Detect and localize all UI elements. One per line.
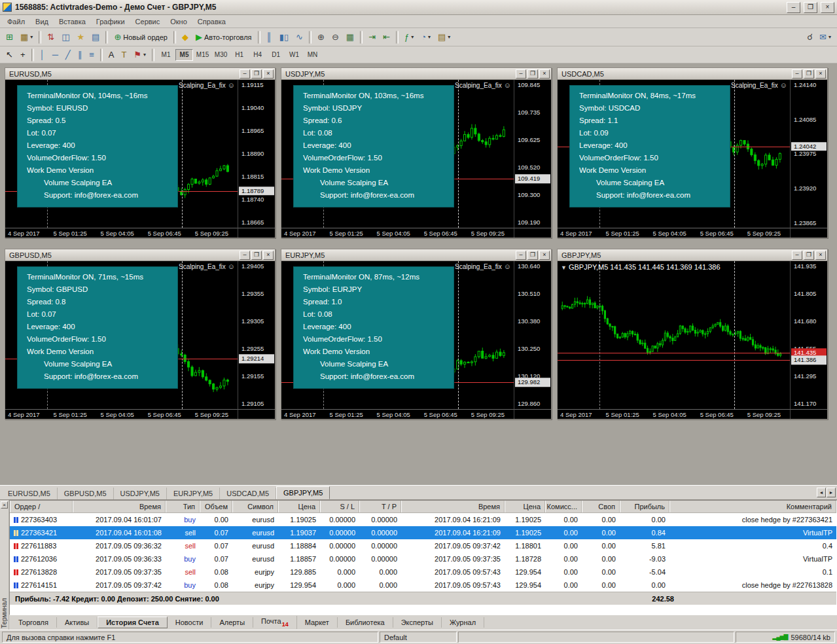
time-axis[interactable]: 4 Sep 20175 Sep 01:255 Sep 04:055 Sep 06… (558, 228, 790, 238)
toolbar-button[interactable] (258, 31, 260, 44)
metaeditor-button[interactable]: ◆ (179, 30, 192, 45)
timeframe-m1[interactable]: M1 (157, 49, 175, 61)
menu-item[interactable]: Вид (30, 16, 54, 27)
column-header[interactable]: Прибыль (620, 501, 669, 512)
chart-minimize-button[interactable]: – (792, 69, 802, 79)
line-chart-button[interactable]: ∿ (293, 30, 306, 45)
column-header[interactable]: Цена (505, 501, 545, 512)
column-header[interactable]: Объем (200, 501, 232, 512)
timeframe-m5[interactable]: M5 (175, 49, 193, 61)
timeframe-d1[interactable]: D1 (267, 49, 285, 61)
terminal-tab[interactable]: Библиотека (338, 617, 393, 628)
chart-tab[interactable]: EURJPY,M5 (167, 488, 220, 499)
toolbar-button[interactable] (152, 48, 154, 62)
chart-canvas[interactable]: ▼GBPJPY,M5 141.435 141.445 141.369 141.3… (558, 261, 790, 409)
minimize-button[interactable]: – (787, 2, 800, 13)
history-row[interactable]: 227613828 2017.09.05 09:37:35 sell 0.08 … (10, 565, 836, 579)
time-axis[interactable]: 4 Sep 20175 Sep 01:255 Sep 04:055 Sep 06… (558, 409, 790, 419)
menu-item[interactable]: Графики (91, 16, 130, 27)
column-header[interactable]: Цена (278, 501, 320, 512)
status-profile[interactable]: Default (380, 632, 457, 643)
crosshair-button[interactable]: + (17, 48, 29, 62)
toolbar-button[interactable] (31, 48, 34, 62)
menu-item[interactable]: Сервис (130, 16, 166, 27)
timeframe-mn[interactable]: MN (304, 49, 321, 61)
toolbar-button[interactable] (39, 31, 41, 44)
toolbar-button[interactable] (100, 48, 103, 62)
toolbar-button[interactable] (396, 31, 399, 44)
chart-restore-button[interactable]: ❐ (804, 251, 814, 260)
chart-canvas[interactable]: Scalping_Ea_fix ☺ TerminalMonitor ON, 10… (5, 80, 238, 228)
menu-item[interactable]: Файл (2, 16, 30, 27)
market-watch-button[interactable]: ⇅ (44, 30, 58, 45)
toolbar-button[interactable] (173, 31, 176, 44)
column-header[interactable]: Время (73, 501, 166, 512)
tile-windows-button[interactable]: ▦ (343, 30, 357, 45)
terminal-tab[interactable]: Торговля (10, 617, 57, 628)
column-header[interactable]: Тип (166, 501, 200, 512)
column-header[interactable]: Время (401, 501, 505, 512)
auto-scroll-button[interactable]: ⇥ (365, 30, 379, 45)
chart-minimize-button[interactable]: – (792, 251, 802, 260)
chart-tab[interactable]: EURUSD,M5 (1, 488, 58, 499)
column-header[interactable]: S / L (320, 501, 359, 512)
chart-minimize-button[interactable]: – (240, 69, 250, 79)
chart-restore-button[interactable]: ❐ (251, 251, 262, 260)
chart-close-button[interactable]: × (815, 251, 826, 260)
autotrading-button[interactable]: ▶ Авто-торговля (192, 30, 255, 45)
chart-restore-button[interactable]: ❐ (527, 69, 538, 79)
terminal-tab[interactable]: Алерты (211, 617, 253, 628)
toolbar-button[interactable] (360, 31, 363, 44)
arrows-button[interactable]: ⚑ ▾ (130, 48, 149, 62)
chart-close-button[interactable]: × (539, 69, 550, 79)
chart-close-button[interactable]: × (263, 251, 274, 260)
price-scale[interactable]: 1.294051.293551.293051.292551.291551.291… (238, 261, 275, 409)
new-order-button[interactable]: ⊕ Новый ордер (111, 30, 171, 45)
text-annotation-button[interactable]: T (118, 48, 130, 62)
timeframe-w1[interactable]: W1 (285, 49, 303, 61)
vertical-line-button[interactable]: │ (37, 48, 48, 62)
chart-canvas[interactable]: Scalping_Ea_fix ☺ TerminalMonitor ON, 71… (5, 261, 238, 409)
tab-scroll-right-button[interactable]: ► (827, 488, 836, 497)
history-row[interactable]: 227363403 2017.09.04 16:01:07 buy 0.00 e… (10, 513, 836, 526)
chart-titlebar[interactable]: USDJPY,M5 – ❐ × (281, 68, 551, 80)
timeframe-m30[interactable]: M30 (212, 49, 230, 61)
price-scale[interactable]: 1.241401.240851.239751.239201.23865 1.24… (790, 80, 827, 228)
history-row[interactable]: 227363421 2017.09.04 16:01:08 sell 0.07 … (10, 526, 836, 539)
indicators-button[interactable]: ƒ ▾ (401, 30, 417, 45)
navigator-button[interactable]: ★ (73, 30, 88, 45)
history-row[interactable]: 227614151 2017.09.05 09:37:42 buy 0.08 e… (10, 579, 836, 592)
column-header[interactable]: Комментарий (669, 501, 836, 512)
data-window-button[interactable]: ◫ (58, 30, 73, 45)
horizontal-line-button[interactable]: ─ (49, 48, 62, 62)
new-chart-button[interactable]: ⊞ (3, 30, 16, 45)
chart-titlebar[interactable]: GBPUSD,M5 – ❐ × (5, 249, 275, 261)
templates-button[interactable]: ▤ ▾ (435, 30, 454, 45)
chart-close-button[interactable]: × (539, 251, 550, 260)
time-axis[interactable]: 4 Sep 20175 Sep 01:255 Sep 04:055 Sep 06… (5, 409, 238, 419)
restore-button[interactable]: ❐ (804, 2, 817, 13)
chart-restore-button[interactable]: ❐ (804, 69, 814, 79)
toolbar-button[interactable] (105, 31, 108, 44)
terminal-tab[interactable]: Активы (57, 617, 98, 628)
chart-tab[interactable]: GBPJPY,M5 (276, 486, 330, 499)
toolbar-button[interactable] (309, 31, 312, 44)
text-label-button[interactable]: A (105, 48, 118, 62)
column-header[interactable]: Ордер / (10, 501, 73, 512)
column-header[interactable]: T / P (359, 501, 401, 512)
price-scale[interactable]: 109.845109.735109.625109.520109.300109.1… (514, 80, 551, 228)
terminal-tab[interactable]: Журнал (442, 617, 484, 628)
time-axis[interactable]: 4 Sep 20175 Sep 01:255 Sep 04:055 Sep 06… (281, 228, 514, 238)
chart-canvas[interactable]: Scalping_Ea_fix ☺ TerminalMonitor ON, 87… (281, 261, 514, 409)
timeframe-h1[interactable]: H1 (230, 49, 248, 61)
search-button[interactable]: ☌ (804, 30, 816, 45)
terminal-tab[interactable]: Почта14 (253, 616, 297, 628)
column-header[interactable]: Своп (582, 501, 620, 512)
menu-item[interactable]: Окно (165, 16, 192, 27)
terminal-tab[interactable]: Новости (168, 617, 212, 628)
terminal-tab[interactable]: Маркет (297, 617, 338, 628)
terminal-tab[interactable]: Эксперты (393, 617, 442, 628)
chart-titlebar[interactable]: EURUSD,M5 – ❐ × (5, 68, 275, 80)
chart-minimize-button[interactable]: – (516, 69, 526, 79)
candle-chart-button[interactable]: ▮▯ (276, 30, 292, 45)
